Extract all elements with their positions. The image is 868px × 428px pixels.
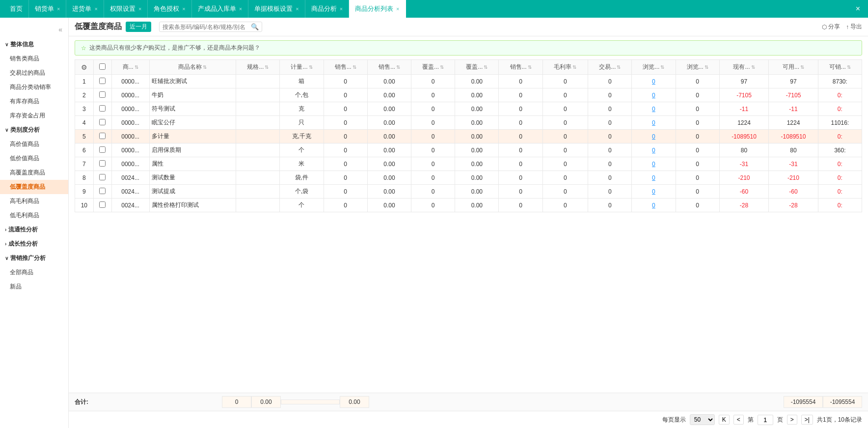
nav-sales-order[interactable]: 销货单 × — [29, 0, 66, 18]
code-column-header[interactable]: 商...⇅ — [111, 60, 149, 75]
row-view1[interactable]: 0 — [632, 88, 676, 102]
sidebar-collapse-button[interactable]: « — [55, 24, 65, 35]
settings-column-header[interactable]: ⚙ — [75, 60, 94, 75]
sidebar-item-high-coverage[interactable]: 高覆盖度商品 — [0, 166, 68, 180]
row-checkbox[interactable] — [93, 171, 111, 185]
sidebar-group-category[interactable]: ∨ 类别度分析 — [0, 123, 68, 137]
sidebar-item-category-rate[interactable]: 商品分类动销率 — [0, 80, 68, 94]
unit-column-header[interactable]: 计量...⇅ — [280, 60, 324, 75]
row-current-stock: -28 — [719, 199, 768, 212]
row-view2: 0 — [676, 143, 719, 157]
row-checkbox[interactable] — [93, 116, 111, 130]
row-checkbox[interactable] — [93, 143, 111, 157]
search-icon[interactable]: 🔍 — [251, 23, 259, 30]
close-icon[interactable]: × — [239, 6, 242, 12]
nav-finished-goods[interactable]: 产成品入库单 × — [192, 0, 248, 18]
row-gross-margin: 0 — [542, 199, 588, 212]
nav-purchase-order[interactable]: 进货单 × — [66, 0, 104, 18]
nav-product-analysis[interactable]: 商品分析 × — [305, 0, 349, 18]
close-icon[interactable]: × — [94, 6, 97, 12]
page-number-input[interactable] — [758, 415, 773, 425]
cover1-column-header[interactable]: 覆盖...⇅ — [411, 60, 455, 75]
last-page-button[interactable]: >| — [801, 415, 813, 425]
sidebar-group-liquidity[interactable]: › 流通性分析 — [0, 223, 68, 237]
sidebar-item-low-value[interactable]: 低价值商品 — [0, 151, 68, 166]
prev-page-button[interactable]: < — [733, 415, 744, 425]
export-button[interactable]: ↑ 导出 — [846, 23, 862, 31]
row-view1[interactable]: 0 — [632, 75, 676, 88]
page-label: 第 — [748, 416, 754, 424]
close-icon[interactable]: × — [296, 6, 298, 12]
name-column-header[interactable]: 商品名称⇅ — [149, 60, 236, 75]
sidebar-item-stocked-products[interactable]: 有库存商品 — [0, 94, 68, 109]
next-page-button[interactable]: > — [787, 415, 797, 425]
row-checkbox[interactable] — [93, 130, 111, 143]
row-unit: 克 — [280, 102, 324, 116]
sidebar-item-inventory-capital[interactable]: 库存资金占用 — [0, 109, 68, 123]
close-icon[interactable]: × — [182, 6, 185, 12]
first-page-button[interactable]: K — [719, 415, 730, 425]
sidebar-item-new-products[interactable]: 新品 — [0, 280, 68, 294]
row-checkbox[interactable] — [93, 88, 111, 102]
row-view1[interactable]: 0 — [632, 157, 676, 171]
period-button[interactable]: 近一月 — [126, 22, 151, 32]
row-sales-qty: 0 — [324, 75, 367, 88]
sales-amt-column-header[interactable]: 销售...⇅ — [367, 60, 411, 75]
row-sales-amt: 0.00 — [367, 143, 411, 157]
sidebar-item-high-margin[interactable]: 高毛利商品 — [0, 194, 68, 208]
trade-column-header[interactable]: 交易...⇅ — [588, 60, 632, 75]
row-view1[interactable]: 0 — [632, 130, 676, 143]
table-row: 9 0024... 测试提成 个,袋 0 0.00 0 0.00 0 0 0 0… — [75, 185, 862, 199]
page-suffix: 页 — [777, 416, 783, 424]
sellable-column-header[interactable]: 可销...⇅ — [818, 60, 862, 75]
sales-qty-column-header[interactable]: 销售...⇅ — [324, 60, 367, 75]
nav-role-auth[interactable]: 角色授权 × — [148, 0, 191, 18]
sidebar-item-traded-products[interactable]: 交易过的商品 — [0, 66, 68, 80]
close-all-tabs-button[interactable]: × — [852, 4, 864, 13]
spec-column-header[interactable]: 规格...⇅ — [236, 60, 280, 75]
row-view1[interactable]: 0 — [632, 171, 676, 185]
sidebar-item-all-products[interactable]: 全部商品 — [0, 265, 68, 280]
nav-product-analysis-list[interactable]: 商品分析列表 × — [349, 0, 406, 18]
sidebar-item-high-value[interactable]: 高价值商品 — [0, 137, 68, 151]
close-icon[interactable]: × — [57, 6, 60, 12]
close-icon[interactable]: × — [138, 6, 141, 12]
nav-template-settings[interactable]: 单据模板设置 × — [248, 0, 305, 18]
row-view1[interactable]: 0 — [632, 199, 676, 212]
checkbox-column-header[interactable] — [93, 60, 111, 75]
row-view1[interactable]: 0 — [632, 185, 676, 199]
share-button[interactable]: ⬡ 分享 — [822, 23, 840, 31]
view1-column-header[interactable]: 浏览...⇅ — [632, 60, 676, 75]
gross-margin-column-header[interactable]: 毛利率⇅ — [542, 60, 588, 75]
select-all-checkbox[interactable] — [99, 63, 106, 70]
sidebar-group-overall[interactable]: ∨ 整体信息 — [0, 37, 68, 52]
row-view1[interactable]: 0 — [632, 116, 676, 130]
row-view2: 0 — [676, 185, 719, 199]
view2-column-header[interactable]: 浏览...⇅ — [676, 60, 719, 75]
sales3-column-header[interactable]: 销售...⇅ — [499, 60, 542, 75]
nav-home[interactable]: 首页 — [4, 0, 29, 18]
nav-permission-settings[interactable]: 权限设置 × — [104, 0, 148, 18]
available-stock-column-header[interactable]: 可用...⇅ — [769, 60, 818, 75]
row-checkbox[interactable] — [93, 199, 111, 212]
sidebar-item-low-margin[interactable]: 低毛利商品 — [0, 208, 68, 223]
search-input[interactable] — [163, 24, 251, 30]
data-table-container[interactable]: ⚙ 商...⇅ 商品名称⇅ 规格...⇅ 计量...⇅ 销售...⇅ 销售...… — [69, 59, 868, 393]
sidebar-group-marketing[interactable]: ∨ 营销推广分析 — [0, 251, 68, 265]
row-view1[interactable]: 0 — [632, 143, 676, 157]
row-view1[interactable]: 0 — [632, 102, 676, 116]
cover2-column-header[interactable]: 覆盖...⇅ — [455, 60, 499, 75]
sidebar-item-low-coverage[interactable]: 低覆盖度商品 — [0, 180, 68, 194]
current-stock-column-header[interactable]: 现有...⇅ — [719, 60, 768, 75]
row-checkbox[interactable] — [93, 185, 111, 199]
row-name: 属性价格打印测试 — [149, 199, 236, 212]
sidebar-item-sales-products[interactable]: 销售类商品 — [0, 52, 68, 66]
close-icon[interactable]: × — [340, 6, 343, 12]
row-checkbox[interactable] — [93, 157, 111, 171]
close-icon[interactable]: × — [396, 6, 399, 12]
row-checkbox[interactable] — [93, 75, 111, 88]
sidebar-group-growth[interactable]: › 成长性分析 — [0, 237, 68, 251]
row-checkbox[interactable] — [93, 102, 111, 116]
row-view2: 0 — [676, 199, 719, 212]
page-size-select[interactable]: 50 100 200 — [690, 414, 715, 425]
